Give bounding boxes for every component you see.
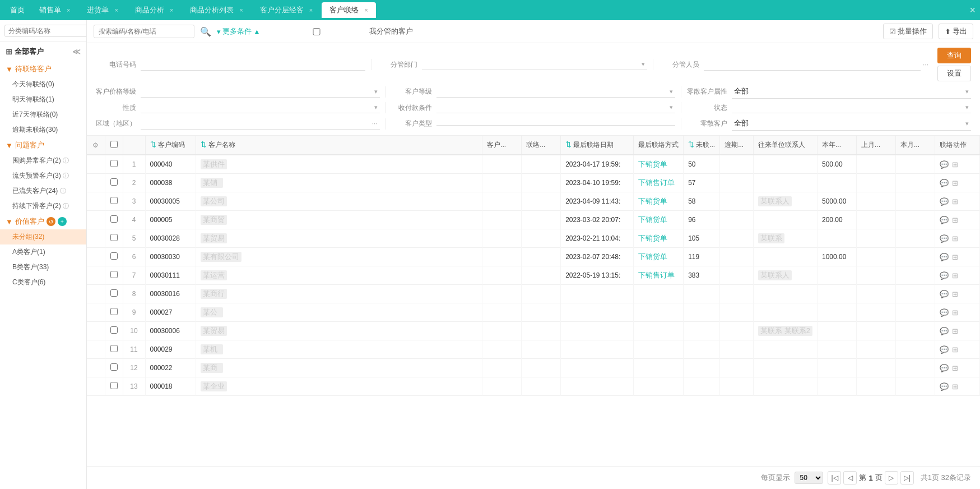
sidebar-item-abnormal[interactable]: 囤购异常客户(2) ⓘ xyxy=(0,153,86,168)
nature-select[interactable]: ▾ xyxy=(141,102,380,113)
more-icon[interactable]: ··· xyxy=(372,119,378,127)
add-icon[interactable]: + xyxy=(58,217,67,226)
sidebar-all-customers[interactable]: ⊞ 全部客户 ≪ xyxy=(0,42,86,61)
tab-customer-segment[interactable]: 客户分层经客 × xyxy=(252,2,321,18)
sidebar-item-overdue[interactable]: 逾期未联络(30) xyxy=(0,122,86,137)
col-checkbox-all[interactable] xyxy=(105,136,123,155)
reset-button[interactable]: 设置 xyxy=(937,66,971,81)
col-settings[interactable]: ⚙ xyxy=(87,136,105,155)
contact-method-link[interactable]: 下销售订单 xyxy=(638,178,675,187)
prev-page-button[interactable]: ◁ xyxy=(843,471,857,485)
close-icon[interactable]: × xyxy=(114,7,118,13)
more-action-icon[interactable]: ⊞ xyxy=(952,308,958,317)
payment-select[interactable]: ▾ xyxy=(436,102,676,113)
chat-icon[interactable]: 💬 xyxy=(940,382,949,391)
row-checkbox[interactable] xyxy=(110,308,118,315)
customer-level-select[interactable]: ▾ xyxy=(436,86,676,98)
sidebar-item-7days[interactable]: 近7天待联络(0) xyxy=(0,107,86,122)
contact-method-link[interactable]: 下销售订单 xyxy=(638,271,675,279)
sidebar-item-classA[interactable]: A类客户(1) xyxy=(0,245,86,260)
sidebar-item-classC[interactable]: C类客户(6) xyxy=(0,275,86,290)
contact-method-link[interactable]: 下销货单 xyxy=(638,215,667,224)
sidebar-section-title-value[interactable]: ▼ 价值客户 ↺ + xyxy=(0,214,86,229)
col-date-header[interactable]: ⇅最后联络日期 xyxy=(561,136,634,155)
row-checkbox[interactable] xyxy=(110,326,118,334)
row-checkbox[interactable] xyxy=(110,178,118,186)
dept-select[interactable]: ▾ xyxy=(422,59,647,70)
tab-purchase-order[interactable]: 进货单 × xyxy=(79,2,126,18)
sidebar-item-tomorrow[interactable]: 明天待联络(1) xyxy=(0,92,86,107)
chat-icon[interactable]: 💬 xyxy=(940,364,949,372)
contact-method-link[interactable]: 下销货单 xyxy=(638,234,667,242)
more-action-icon[interactable]: ⊞ xyxy=(952,382,958,391)
chat-icon[interactable]: 💬 xyxy=(940,327,949,335)
row-checkbox[interactable] xyxy=(110,234,118,241)
sidebar-search-input[interactable] xyxy=(4,25,87,37)
row-checkbox[interactable] xyxy=(110,271,118,278)
more-action-icon[interactable]: ⊞ xyxy=(952,197,958,206)
row-checkbox[interactable] xyxy=(110,382,118,389)
my-customers-checkbox[interactable] xyxy=(266,28,367,35)
sidebar-item-declining[interactable]: 持续下滑客户(2) ⓘ xyxy=(0,199,86,214)
row-checkbox[interactable] xyxy=(110,289,118,297)
price-level-select[interactable]: ▾ xyxy=(141,86,380,98)
tab-product-analysis[interactable]: 商品分析 × xyxy=(127,2,181,18)
chat-icon[interactable]: 💬 xyxy=(940,179,949,187)
more-conditions-btn[interactable]: ▾ 更多条件 ▲ xyxy=(217,26,261,36)
more-action-icon[interactable]: ⊞ xyxy=(952,216,958,224)
sidebar-section-title-problem[interactable]: ▼ 问题客户 xyxy=(0,137,86,153)
search-icon[interactable]: 🔍 xyxy=(200,26,211,37)
chat-icon[interactable]: 💬 xyxy=(940,290,949,298)
row-checkbox[interactable] xyxy=(110,197,118,204)
close-icon[interactable]: × xyxy=(170,7,173,13)
chat-icon[interactable]: 💬 xyxy=(940,308,949,317)
phone-input[interactable] xyxy=(141,59,365,71)
tab-home[interactable]: 首页 xyxy=(4,2,30,18)
close-icon[interactable]: × xyxy=(309,7,313,13)
close-window-icon[interactable]: × xyxy=(969,4,976,16)
more-action-icon[interactable]: ⊞ xyxy=(952,345,958,354)
next-page-button[interactable]: ▷ xyxy=(885,471,898,485)
row-checkbox[interactable] xyxy=(110,252,118,260)
chat-icon[interactable]: 💬 xyxy=(940,271,949,280)
chat-icon[interactable]: 💬 xyxy=(940,234,949,243)
chat-icon[interactable]: 💬 xyxy=(940,253,949,261)
more-action-icon[interactable]: ⊞ xyxy=(952,271,958,280)
customer-type-select[interactable] xyxy=(436,122,676,126)
chat-icon[interactable]: 💬 xyxy=(940,216,949,224)
sidebar-item-ungroup[interactable]: 未分组(32) xyxy=(0,229,86,245)
select-all-checkbox[interactable] xyxy=(110,141,118,148)
more-action-icon[interactable]: ⊞ xyxy=(952,327,958,335)
more-action-icon[interactable]: ⊞ xyxy=(952,253,958,261)
chat-icon[interactable]: 💬 xyxy=(940,197,949,206)
col-code-header[interactable]: ⇅客户编码 xyxy=(145,136,196,155)
first-page-button[interactable]: |◁ xyxy=(828,471,841,485)
tab-product-analysis-list[interactable]: 商品分析列表 × xyxy=(182,2,250,18)
more-action-icon[interactable]: ⊞ xyxy=(952,160,958,169)
close-icon[interactable]: × xyxy=(67,7,70,13)
tab-sales-order[interactable]: 销售单 × xyxy=(31,2,78,18)
row-checkbox[interactable] xyxy=(110,160,118,167)
more-icon[interactable]: ··· xyxy=(923,61,928,68)
batch-ops-button[interactable]: ☑ 批量操作 xyxy=(883,24,933,39)
chat-icon[interactable]: 💬 xyxy=(940,160,949,169)
contact-method-link[interactable]: 下销货单 xyxy=(638,252,667,261)
col-name-header[interactable]: ⇅客户名称 xyxy=(196,136,482,155)
more-action-icon[interactable]: ⊞ xyxy=(952,290,958,298)
export-button[interactable]: ⬆ 导出 xyxy=(939,24,973,39)
more-action-icon[interactable]: ⊞ xyxy=(952,179,958,187)
contact-method-link[interactable]: 下销货单 xyxy=(638,160,667,168)
sidebar-item-classB[interactable]: B类客户(33) xyxy=(0,260,86,275)
more-action-icon[interactable]: ⊞ xyxy=(952,364,958,372)
sidebar-item-at-risk[interactable]: 流失预警客户(3) ⓘ xyxy=(0,168,86,183)
row-checkbox[interactable] xyxy=(110,345,118,352)
refresh-icon[interactable]: ↺ xyxy=(47,217,55,226)
manager-input[interactable] xyxy=(704,59,921,71)
close-icon[interactable]: × xyxy=(364,7,368,13)
contact-method-link[interactable]: 下销货单 xyxy=(638,197,667,205)
region-select[interactable]: ··· xyxy=(141,118,380,130)
row-checkbox[interactable] xyxy=(110,363,118,371)
scattered-attr-select[interactable]: 全部 ▾ xyxy=(732,85,971,99)
col-uncontact-header[interactable]: ⇅未联... xyxy=(684,136,720,155)
scattered-select[interactable]: 全部 ▾ xyxy=(732,117,971,131)
